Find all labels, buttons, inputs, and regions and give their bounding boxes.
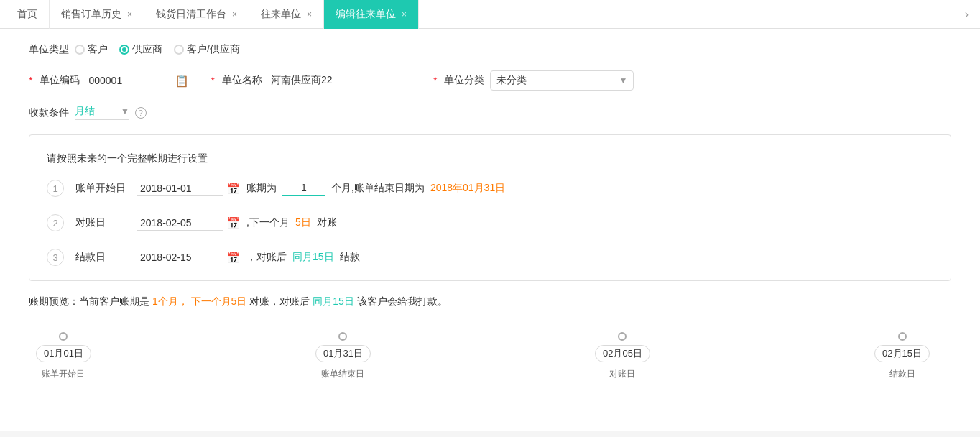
settings-card: 请按照未来的一个完整帐期进行设置 1 账单开始日 📅 账期为 个月,账单结束日期…: [29, 134, 951, 281]
unit-code-group: * 单位编码 📋: [29, 73, 189, 88]
radio-supplier-label: 供应商: [132, 43, 162, 56]
tab-arrow[interactable]: ›: [959, 8, 974, 21]
timeline-sub-0: 账单开始日: [42, 368, 85, 380]
unit-type-label: 单位类型: [29, 43, 69, 56]
step-1-content: 📅 账期为 个月,账单结束日期为 2018年01月31日: [137, 180, 505, 196]
step-2-desc-prefix: ,下一个月: [246, 216, 290, 229]
preview-part5: 该客户会给我打款。: [357, 295, 448, 307]
preview-part4: 同月15日: [313, 295, 354, 307]
radio-both-circle: [174, 45, 184, 55]
unit-info-row: * 单位编码 📋 * 单位名称 * 单位分类 未分类 ▼: [29, 70, 951, 91]
timeline-dot-3: [898, 332, 907, 341]
unit-code-copy-icon[interactable]: 📋: [175, 74, 189, 88]
timeline-sub-3: 结款日: [889, 368, 915, 380]
unit-type-row: 单位类型 客户 供应商 客户/供应商: [29, 43, 951, 56]
step-2-calendar-icon[interactable]: 📅: [226, 216, 241, 230]
tab-close-icon-sales-order-history[interactable]: ×: [127, 9, 132, 19]
step-3-calendar-icon[interactable]: 📅: [226, 251, 241, 264]
step-3-content: 📅 ，对账后 同月15日 结款: [137, 250, 360, 265]
timeline-badge-3: 02月15日: [874, 345, 930, 362]
step-2-row: 2 对账日 📅 ,下一个月 5日 对账: [47, 214, 933, 231]
unit-code-label: 单位编码: [40, 74, 80, 87]
step-1-calendar-icon[interactable]: 📅: [226, 182, 241, 196]
tabs-bar: 首页销售订单历史 ×钱货日清工作台 ×往来单位 ×编辑往来单位 ×›: [0, 0, 980, 29]
unit-name-label: 单位名称: [222, 74, 262, 87]
timeline-item-1: 01月31日 账单结束日: [315, 332, 371, 380]
unit-category-value: 未分类: [496, 74, 527, 87]
preview-part2: 下一个月5日: [191, 295, 247, 307]
tab-home[interactable]: 首页: [6, 0, 50, 29]
card-title: 请按照未来的一个完整帐期进行设置: [47, 152, 933, 165]
step-1-suffix: 个月,账单结束日期为: [331, 182, 425, 195]
unit-category-arrow-icon: ▼: [619, 75, 627, 86]
step-3-num: 3: [47, 249, 64, 266]
tab-sales-order-history[interactable]: 销售订单历史 ×: [50, 0, 144, 29]
timeline-sub-1: 账单结束日: [321, 368, 364, 380]
step-3-label: 结款日: [75, 251, 126, 264]
preview-text: 账期预览：当前客户账期是 1个月， 下一个月5日 对账，对账后 同月15日 该客…: [29, 293, 951, 310]
payment-terms-group: 收款条件 月结 ▼ ?: [29, 105, 147, 120]
payment-terms-arrow-icon: ▼: [121, 106, 129, 116]
timeline-dot-1: [338, 332, 347, 341]
unit-category-label: 单位分类: [444, 74, 484, 87]
preview-label: 账期预览：当前客户账期是: [29, 295, 149, 307]
payment-terms-dropdown[interactable]: 月结 ▼: [75, 105, 129, 120]
step-2-desc-suffix: 对账: [317, 216, 337, 229]
step-3-date-wrapper: 📅: [137, 250, 241, 265]
unit-category-dropdown[interactable]: 未分类 ▼: [490, 70, 634, 91]
radio-both[interactable]: 客户/供应商: [174, 43, 240, 56]
unit-code-input-wrapper: 📋: [85, 73, 189, 88]
tab-close-icon-edit-partner-units[interactable]: ×: [402, 9, 407, 19]
step-2-date-wrapper: 📅: [137, 216, 241, 231]
step-1-date-input[interactable]: [137, 181, 223, 196]
step-3-date-input[interactable]: [137, 250, 223, 265]
timeline-dot-2: [618, 332, 627, 341]
unit-name-group: * 单位名称: [211, 73, 411, 88]
step-1-period-input[interactable]: [282, 180, 325, 196]
radio-customer-label: 客户: [88, 43, 108, 56]
timeline-items: 01月01日 账单开始日 01月31日 账单结束日 02月05日 对账日 02月…: [36, 332, 930, 380]
tab-close-icon-cash-ledger[interactable]: ×: [232, 9, 237, 19]
tab-cash-ledger[interactable]: 钱货日清工作台 ×: [144, 0, 249, 29]
step-2-date-input[interactable]: [137, 216, 223, 231]
step-2-day-highlight: 5日: [295, 216, 311, 229]
timeline-badge-2: 02月05日: [595, 345, 650, 362]
step-1-date-wrapper: 📅: [137, 181, 241, 196]
step-2-num: 2: [47, 214, 64, 231]
tab-partner-units[interactable]: 往来单位 ×: [249, 0, 324, 29]
radio-both-label: 客户/供应商: [187, 43, 240, 56]
timeline-dot-0: [59, 332, 68, 341]
tab-edit-partner-units[interactable]: 编辑往来单位 ×: [324, 0, 419, 29]
radio-supplier[interactable]: 供应商: [119, 43, 162, 56]
timeline-item-3: 02月15日 结款日: [874, 332, 930, 380]
radio-supplier-circle: [119, 45, 129, 55]
timeline-item-0: 01月01日 账单开始日: [36, 332, 91, 380]
step-3-desc-prefix: ，对账后: [246, 251, 287, 264]
page-content: 单位类型 客户 供应商 客户/供应商 * 单位编码: [0, 29, 980, 431]
step-1-label: 账单开始日: [75, 182, 126, 195]
step-3-row: 3 结款日 📅 ，对账后 同月15日 结款: [47, 249, 933, 266]
unit-name-star: *: [211, 75, 214, 86]
tab-close-icon-partner-units[interactable]: ×: [307, 9, 312, 19]
unit-code-input[interactable]: [85, 73, 172, 88]
timeline-sub-2: 对账日: [609, 368, 635, 380]
step-1-end-date: 2018年01月31日: [430, 182, 505, 195]
step-1-num: 1: [47, 180, 64, 197]
payment-terms-help-icon[interactable]: ?: [135, 107, 147, 119]
preview-part3: 对账，对账后: [249, 295, 310, 307]
step-3-desc-suffix: 结款: [340, 251, 360, 264]
unit-code-star: *: [29, 75, 32, 86]
unit-name-input[interactable]: [268, 73, 412, 88]
timeline-badge-1: 01月31日: [315, 345, 371, 362]
timeline-badge-0: 01月01日: [36, 345, 91, 362]
radio-customer-circle: [75, 45, 85, 55]
unit-category-group: * 单位分类 未分类 ▼: [433, 70, 634, 91]
preview-part1: 1个月，: [152, 295, 188, 307]
step-1-period-label: 账期为: [246, 182, 277, 195]
radio-group-unit-type: 客户 供应商 客户/供应商: [75, 43, 240, 56]
timeline-container: 01月01日 账单开始日 01月31日 账单结束日 02月05日 对账日 02月…: [29, 325, 951, 387]
payment-terms-value: 月结: [75, 105, 118, 118]
radio-customer[interactable]: 客户: [75, 43, 108, 56]
step-1-row: 1 账单开始日 📅 账期为 个月,账单结束日期为 2018年01月31日: [47, 180, 933, 197]
timeline-item-2: 02月05日 对账日: [595, 332, 650, 380]
